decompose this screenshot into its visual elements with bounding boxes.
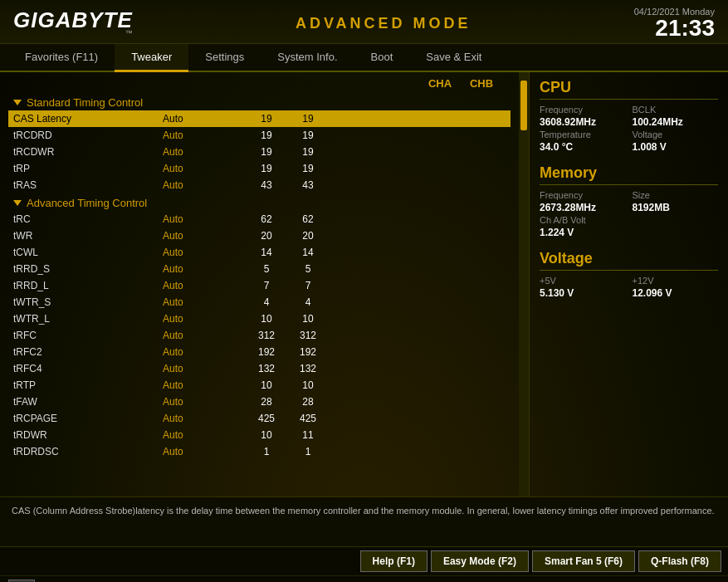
collapse-icon[interactable]: [13, 100, 22, 105]
row-cas-chb: 19: [287, 113, 329, 125]
logo-tm: ™: [13, 29, 133, 37]
tab-save-exit[interactable]: Save & Exit: [409, 44, 498, 72]
mem-size-value: 8192MB: [633, 202, 719, 213]
table-row[interactable]: tRCPAGE Auto 425 425: [8, 410, 511, 427]
tab-favorites[interactable]: Favorites (F11): [8, 44, 115, 72]
title-center: ADVANCED MODE: [296, 15, 471, 32]
time-display: 21:33: [634, 17, 715, 40]
collapse-icon[interactable]: [13, 200, 22, 206]
smart-fan-button[interactable]: Smart Fan 5 (F6): [532, 550, 635, 572]
table-row[interactable]: tRFC2 Auto 192 192: [8, 344, 511, 360]
table-row[interactable]: tWR Auto 20 20: [8, 227, 511, 244]
tab-tweaker[interactable]: Tweaker: [115, 44, 188, 72]
table-row[interactable]: tRDRDSC Auto 1 1: [8, 443, 511, 460]
cpu-freq-value: 3608.92MHz: [540, 116, 626, 128]
column-headers: CHA CHB: [8, 72, 511, 93]
cpu-section: CPU Frequency BCLK 3608.92MHz 100.24MHz …: [540, 79, 718, 153]
tab-system-info[interactable]: System Info.: [261, 44, 354, 72]
cpu-info-grid: Frequency BCLK 3608.92MHz 100.24MHz Temp…: [540, 105, 718, 153]
cpu-bclk-label: BCLK: [633, 105, 719, 115]
v5-label: +5V: [540, 276, 626, 286]
col-header-cha: CHA: [419, 77, 461, 90]
header: GIGABYTE ™ ADVANCED MODE 04/12/2021 Mond…: [0, 0, 728, 44]
left-panel: CHA CHB Standard Timing Control CAS Late…: [0, 72, 519, 496]
footer-buttons: Help (F1) Easy Mode (F2) Smart Fan 5 (F6…: [0, 546, 728, 575]
row-cas-cha: 19: [246, 113, 287, 125]
advanced-section-label: Advanced Timing Control: [27, 197, 147, 209]
row-cas-name: CAS Latency: [13, 113, 163, 125]
voltage-info-grid: +5V +12V 5.130 V 12.096 V: [540, 276, 718, 299]
mem-chvolt-label: Ch A/B Volt: [540, 215, 626, 225]
table-row[interactable]: tRC Auto 62 62: [8, 211, 511, 227]
table-row[interactable]: tRAS Auto 43 43: [8, 177, 511, 193]
memory-title: Memory: [540, 164, 718, 185]
tab-settings[interactable]: Settings: [188, 44, 261, 72]
description-text: CAS (Column Address Strobe)latency is th…: [12, 504, 716, 518]
table-row[interactable]: tWTR_S Auto 4 4: [8, 294, 511, 311]
mem-freq-label: Frequency: [540, 190, 626, 200]
standard-section-label: Standard Timing Control: [27, 96, 143, 109]
cpu-volt-label: Voltage: [633, 130, 719, 139]
table-row[interactable]: CAS Latency Auto 19 19: [8, 110, 511, 127]
cpu-bclk-value: 100.24MHz: [633, 116, 719, 128]
table-row[interactable]: tRFC4 Auto 132 132: [8, 360, 511, 377]
esc-bar: esc Back: [0, 575, 728, 582]
page-title: ADVANCED MODE: [296, 15, 471, 32]
mem-freq-value: 2673.28MHz: [540, 202, 626, 213]
table-row[interactable]: tRCDRD Auto 19 19: [8, 127, 511, 144]
advanced-section-header: Advanced Timing Control: [8, 193, 511, 211]
table-row[interactable]: tRTP Auto 10 10: [8, 377, 511, 394]
description-area: CAS (Column Address Strobe)latency is th…: [0, 496, 728, 546]
table-row[interactable]: tRP Auto 19 19: [8, 160, 511, 177]
right-panel: CPU Frequency BCLK 3608.92MHz 100.24MHz …: [529, 72, 728, 496]
nav-tabs: Favorites (F11) Tweaker Settings System …: [0, 44, 728, 72]
voltage-section: Voltage +5V +12V 5.130 V 12.096 V: [540, 250, 718, 299]
mem-chvolt-value: 1.224 V: [540, 227, 626, 238]
cpu-volt-value: 1.008 V: [633, 141, 719, 153]
table-row[interactable]: tRDWR Auto 10 11: [8, 427, 511, 443]
qflash-button[interactable]: Q-Flash (F8): [638, 550, 721, 572]
standard-section-header: Standard Timing Control: [8, 93, 511, 110]
tab-boot[interactable]: Boot: [354, 44, 410, 72]
v5-value: 5.130 V: [540, 287, 626, 299]
memory-section: Memory Frequency Size 2673.28MHz 8192MB …: [540, 164, 718, 238]
table-row[interactable]: tWTR_L Auto 10 10: [8, 311, 511, 327]
row-cas-auto: Auto: [163, 113, 246, 125]
cpu-temp-label: Temperature: [540, 130, 626, 139]
easy-mode-button[interactable]: Easy Mode (F2): [431, 550, 529, 572]
voltage-title: Voltage: [540, 250, 718, 271]
v12-label: +12V: [633, 276, 719, 286]
table-row[interactable]: tFAW Auto 28 28: [8, 394, 511, 410]
table-row[interactable]: tRCDWR Auto 19 19: [8, 144, 511, 160]
table-row[interactable]: tRRD_L Auto 7 7: [8, 277, 511, 294]
mem-size-label: Size: [633, 190, 719, 200]
table-row[interactable]: tCWL Auto 14 14: [8, 244, 511, 261]
logo-text: GIGABYTE: [13, 9, 133, 31]
cpu-title: CPU: [540, 79, 718, 100]
table-row[interactable]: tRFC Auto 312 312: [8, 327, 511, 344]
help-button[interactable]: Help (F1): [360, 550, 428, 572]
logo: GIGABYTE ™: [13, 9, 133, 37]
memory-info-grid: Frequency Size 2673.28MHz 8192MB Ch A/B …: [540, 190, 718, 238]
scrollbar-thumb[interactable]: [520, 81, 527, 130]
cpu-freq-label: Frequency: [540, 105, 626, 115]
col-header-chb: CHB: [461, 77, 502, 90]
v12-value: 12.096 V: [633, 287, 719, 299]
table-row[interactable]: tRRD_S Auto 5 5: [8, 261, 511, 277]
scrollbar[interactable]: [519, 72, 529, 496]
cpu-temp-value: 34.0 °C: [540, 141, 626, 153]
main-area: CHA CHB Standard Timing Control CAS Late…: [0, 72, 728, 496]
datetime: 04/12/2021 Monday 21:33: [634, 7, 715, 40]
